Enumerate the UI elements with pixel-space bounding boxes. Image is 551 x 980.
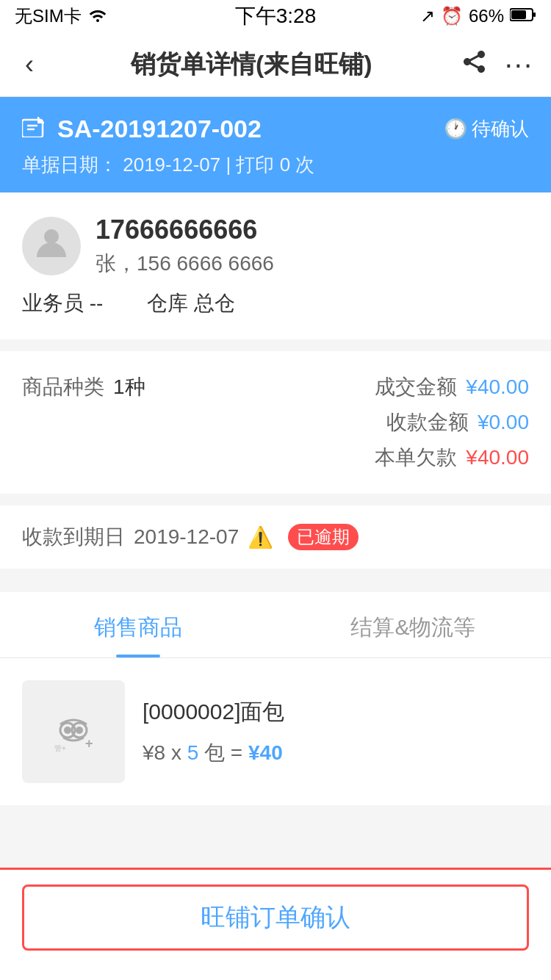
product-price-row: ¥8 x 5 包 = ¥40 (143, 739, 529, 767)
due-row: 本单欠款 ¥40.00 (375, 444, 529, 472)
tab-sales-products[interactable]: 销售商品 (0, 592, 276, 657)
svg-point-4 (44, 229, 59, 244)
customer-section: 17666666666 张，156 6666 6666 业务员 -- 仓库 总仓 (0, 192, 551, 339)
status-label: 待确认 (472, 116, 529, 142)
location-icon: ↗ (420, 6, 435, 26)
unit-price: ¥8 (143, 741, 165, 764)
order-status: 🕐 待确认 (444, 116, 529, 142)
customer-info: 17666666666 张，156 6666 6666 (96, 215, 274, 278)
person-icon (34, 225, 69, 268)
order-date-row: 单据日期： 2019-12-07 | 打印 0 次 (22, 152, 529, 178)
due-value: ¥40.00 (466, 446, 529, 469)
due-date-value: 2019-12-07 (134, 525, 239, 549)
wifi-icon (87, 6, 108, 26)
page-title: 销货单详情(来自旺铺) (131, 48, 372, 82)
transaction-value: ¥40.00 (466, 375, 529, 399)
warehouse-info: 仓库 总仓 (147, 289, 235, 317)
order-header-banner: SA-20191207-002 🕐 待确认 单据日期： 2019-12-07 |… (0, 97, 551, 192)
order-icon (22, 115, 48, 143)
order-id-section: SA-20191207-002 (22, 115, 262, 143)
tab-settlement-label: 结算&物流等 (350, 615, 475, 639)
warehouse-value-text: 总仓 (194, 292, 235, 314)
unit-label: 包 (204, 741, 225, 764)
due-date-label: 收款到期日 (22, 523, 125, 551)
product-name: [0000002]面包 (143, 697, 529, 727)
product-type-label: 商品种类 (22, 373, 104, 401)
nav-right-actions: ··· (462, 48, 533, 81)
status-bar-time: 下午3:28 (235, 2, 317, 30)
quantity: 5 (187, 741, 199, 764)
avatar (22, 217, 81, 275)
overdue-warning-icon: ⚠️ (248, 525, 273, 550)
svg-rect-2 (511, 10, 526, 19)
svg-text:管+: 管+ (54, 744, 66, 752)
transaction-row: 成交金额 ¥40.00 (375, 373, 529, 401)
carrier-label: 无SIM卡 (15, 4, 82, 28)
share-icon[interactable] (462, 49, 487, 80)
battery-label: 66% (469, 6, 504, 26)
svg-point-8 (76, 727, 83, 734)
date-prefix: 单据日期： (22, 154, 118, 176)
transaction-label: 成交金额 (375, 373, 457, 401)
product-type-info: 商品种类 1种 (22, 373, 145, 401)
received-label: 收款金额 (386, 408, 469, 436)
summary-section: 商品种类 1种 成交金额 ¥40.00 收款金额 ¥0.00 本单欠款 ¥40.… (0, 351, 551, 494)
warehouse-label: 仓库 (147, 292, 188, 314)
product-item: + 管+ [0000002]面包 ¥8 x 5 包 = ¥40 (0, 658, 551, 805)
amount-info: 成交金额 ¥40.00 收款金额 ¥0.00 本单欠款 ¥40.00 (375, 373, 529, 472)
sales-value-text: -- (90, 292, 104, 314)
print-info: 打印 0 次 (236, 154, 314, 176)
svg-text:+: + (85, 736, 93, 751)
confirm-button-label: 旺铺订单确认 (201, 901, 350, 934)
section-gap-1 (0, 580, 551, 592)
product-type-value: 1种 (113, 373, 145, 401)
tab-settlement[interactable]: 结算&物流等 (276, 592, 551, 657)
back-button[interactable]: ‹ (18, 42, 41, 87)
confirm-order-button[interactable]: 旺铺订单确认 (22, 884, 529, 951)
customer-name: 张，156 6666 6666 (96, 250, 274, 278)
bottom-bar: 旺铺订单确认 (0, 868, 551, 980)
separator: | (226, 154, 236, 176)
equals-sign: = (231, 741, 248, 764)
status-bar-right: ↗ ⏰ 66% (420, 6, 536, 26)
due-label: 本单欠款 (375, 444, 457, 472)
received-value: ¥0.00 (478, 411, 529, 434)
brand-logo: + 管+ (44, 710, 103, 754)
tab-sales-products-label: 销售商品 (94, 615, 182, 639)
overdue-badge: 已逾期 (288, 524, 359, 550)
customer-phone: 17666666666 (96, 215, 274, 245)
product-details: [0000002]面包 ¥8 x 5 包 = ¥40 (143, 697, 529, 767)
tabs-section: 销售商品 结算&物流等 + 管+ (0, 592, 551, 805)
svg-rect-1 (533, 12, 536, 17)
order-id-text: SA-20191207-002 (57, 115, 262, 143)
alarm-icon: ⏰ (441, 6, 463, 26)
sales-label: 业务员 (22, 292, 84, 314)
more-icon[interactable]: ··· (505, 48, 533, 81)
multiply-sign: x (171, 741, 187, 764)
status-bar: 无SIM卡 下午3:28 ↗ ⏰ 66% (0, 0, 551, 32)
battery-icon (510, 6, 536, 26)
order-date-value: 2019-12-07 (123, 154, 220, 176)
svg-point-7 (64, 727, 71, 734)
received-row: 收款金额 ¥0.00 (386, 408, 529, 436)
product-total: ¥40 (248, 741, 283, 764)
tabs-row: 销售商品 结算&物流等 (0, 592, 551, 658)
nav-bar: ‹ 销货单详情(来自旺铺) ··· (0, 32, 551, 97)
status-bar-left: 无SIM卡 (15, 4, 108, 28)
clock-icon: 🕐 (444, 118, 467, 140)
due-date-section: 收款到期日 2019-12-07 ⚠️ 已逾期 (0, 505, 551, 569)
product-thumbnail: + 管+ (22, 680, 125, 783)
sales-info: 业务员 -- (22, 289, 103, 317)
